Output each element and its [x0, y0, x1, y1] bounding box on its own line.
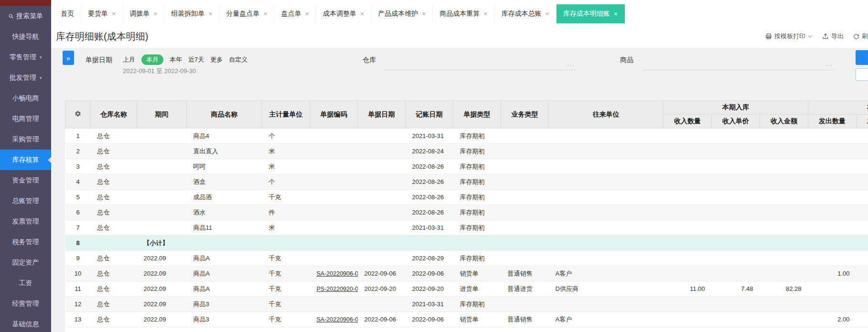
table-row[interactable]: 13总仓2022.09商品3千克SA-20220906-02022-09-062…	[65, 312, 868, 327]
product-input[interactable]	[643, 55, 825, 70]
sidebar-item-funds-mgmt[interactable]: 资金管理	[0, 170, 51, 191]
warehouse-input[interactable]	[385, 55, 567, 70]
sidebar-item-basic-info[interactable]: 基础信息	[0, 314, 51, 332]
table-row[interactable]: 2总仓直出直入米2022-08-24库存期初	[65, 144, 868, 159]
cell-in-price: 7.48	[712, 281, 760, 297]
cell-out-qty	[808, 144, 857, 159]
cell-biz-type	[501, 174, 549, 190]
col-header-book-date[interactable]: 记账日期	[406, 101, 453, 129]
col-header-product[interactable]: 商品名称	[187, 101, 262, 129]
date-quick-option-last-month[interactable]: 上月	[123, 55, 135, 64]
col-header-in-price[interactable]: 收入单价	[712, 115, 760, 129]
cell-doc-type: 库存期初	[453, 129, 501, 144]
tab-request-order[interactable]: 要货单×	[81, 4, 123, 23]
col-header-period[interactable]: 期间	[137, 101, 187, 129]
col-header-doc-code[interactable]: 单据编码	[310, 101, 358, 129]
cell-warehouse: 总仓	[91, 281, 137, 297]
table-row[interactable]: 1总仓商品4个2021-03-31库存期初	[65, 129, 868, 144]
col-header-doc-type[interactable]: 单据类型	[453, 101, 501, 129]
tab-product-cost-maintenance[interactable]: 产品成本维护×	[371, 4, 433, 23]
export-button[interactable]: 导出	[822, 32, 844, 41]
tab-assembly-order[interactable]: 组装拆卸单×	[164, 4, 219, 23]
doc-code-link[interactable]: SA-20220906-0	[310, 312, 358, 327]
table-row[interactable]: 4总仓酒盒个2022-08-26库存期初	[65, 174, 868, 190]
tab-close-icon[interactable]: ×	[360, 11, 364, 17]
doc-code-link[interactable]: PS-20220920-0	[310, 281, 358, 297]
cell-unit: 千克	[262, 281, 310, 297]
cell-doc-code	[310, 297, 358, 312]
doc-code-link[interactable]: SA-20220906-0	[310, 266, 358, 281]
sidebar-item-quick-nav[interactable]: 快捷导航	[0, 26, 51, 47]
date-quick-option-this-month[interactable]: 本月	[141, 54, 163, 65]
refresh-button[interactable]: 刷新	[853, 32, 868, 41]
tab-close-icon[interactable]: ×	[208, 11, 212, 17]
col-header-biz-type[interactable]: 业务类型	[501, 101, 549, 129]
chevron-down-icon[interactable]	[808, 34, 813, 39]
sidebar-item-invoice-mgmt[interactable]: 发票管理	[0, 211, 51, 232]
product-more-button[interactable]: ···	[825, 61, 834, 70]
sidebar-item-ecommerce-mgmt[interactable]: 电商管理	[0, 108, 51, 129]
sidebar-item-purchase-mgmt[interactable]: 采购管理	[0, 129, 51, 150]
cell-biz-type: 普通销售	[501, 266, 549, 281]
tab-close-icon[interactable]: ×	[112, 11, 116, 17]
tab-close-icon[interactable]: ×	[614, 11, 618, 17]
date-quick-option-more[interactable]: 更多	[210, 55, 223, 64]
table-row[interactable]: 7总仓商品11米2021-03-31库存期初	[65, 220, 868, 236]
table-row[interactable]: 3总仓呵呵米2022-08-26库存期初	[65, 159, 868, 174]
tab-transfer-order[interactable]: 调拨单×	[123, 4, 164, 23]
sidebar-item-payroll[interactable]: 工资	[0, 273, 51, 293]
tab-close-icon[interactable]: ×	[264, 11, 268, 17]
table-row[interactable]: 9总仓2022.09商品A千克2022-08-29库存期初	[65, 251, 868, 266]
col-header-warehouse[interactable]: 仓库名称	[91, 101, 137, 129]
col-header-in-qty[interactable]: 收入数量	[664, 115, 712, 129]
tab-close-icon[interactable]: ×	[153, 11, 157, 17]
tab-count-order[interactable]: 盘点单×	[275, 4, 316, 23]
subtotal-row[interactable]: 8【小计】	[65, 236, 868, 251]
tab-close-icon[interactable]: ×	[483, 11, 487, 17]
sidebar-item-general-ledger[interactable]: 总账管理	[0, 191, 51, 211]
tab-cost-adjust-order[interactable]: 成本调整单×	[316, 4, 371, 23]
col-header-doc-date[interactable]: 单据日期	[358, 101, 406, 129]
sidebar-item-wholesale-mgmt[interactable]: 批发管理▾	[0, 67, 51, 88]
sidebar-item-retail-mgmt[interactable]: 零售管理▾	[0, 47, 51, 67]
row-number: 9	[65, 251, 91, 266]
print-by-template-button[interactable]: 按模板打印	[765, 32, 813, 41]
date-quick-option-last-7-days[interactable]: 近7天	[188, 55, 204, 64]
cell-partner: A客户	[549, 312, 664, 327]
tab-quantity-count-order[interactable]: 分量盘点单×	[220, 4, 275, 23]
sidebar-item-fixed-assets[interactable]: 固定资产	[0, 252, 51, 273]
col-header-partner[interactable]: 往来单位	[549, 101, 664, 129]
col-header-out-qty[interactable]: 发出数量	[808, 115, 857, 129]
warehouse-more-button[interactable]: ···	[567, 61, 576, 70]
date-quick-option-custom[interactable]: 自定义	[229, 55, 247, 64]
tab-goods-cost-recalc[interactable]: 商品成本重算×	[433, 4, 494, 23]
sidebar-item-business-mgmt[interactable]: 经营管理	[0, 293, 51, 314]
column-settings-header[interactable]	[65, 101, 91, 129]
sidebar-brand-strip[interactable]	[0, 0, 51, 6]
col-header-unit[interactable]: 主计量单位	[262, 101, 310, 129]
tab-close-icon[interactable]: ×	[422, 11, 426, 17]
cell-in-qty	[664, 205, 712, 220]
sidebar-item-inventory-accounting[interactable]: 库存核算	[0, 150, 51, 170]
query-button[interactable]: 查询	[856, 50, 868, 65]
table-row[interactable]: 5总仓成品酒千克2022-08-26库存期初	[65, 190, 868, 205]
tab-close-icon[interactable]: ×	[546, 11, 549, 17]
cell-out-price	[857, 174, 868, 190]
tab-inventory-cost-detail[interactable]: 库存成本明细账×	[557, 4, 625, 23]
expand-filter-button[interactable]: »	[63, 51, 74, 65]
col-header-out-price[interactable]: 发出单价	[857, 115, 868, 129]
sidebar-item-search-menu[interactable]: 搜索菜单	[0, 6, 51, 26]
sidebar-item-xiaochang-ecommerce[interactable]: 小畅电商	[0, 88, 51, 108]
tab-inventory-cost-ledger[interactable]: 库存成本总账×	[495, 4, 557, 23]
table-row[interactable]: 10总仓2022.09商品A千克SA-20220906-02022-09-062…	[65, 266, 868, 281]
table-row[interactable]: 6总仓酒水件2022-08-26库存期初	[65, 205, 868, 220]
cell-out-price	[857, 251, 868, 266]
col-header-in-amount[interactable]: 收入金额	[760, 115, 808, 129]
table-row[interactable]: 12总仓2022.09商品3千克2021-03-31库存期初	[65, 297, 868, 312]
table-row[interactable]: 11总仓2022.09商品A千克PS-20220920-02022-09-202…	[65, 281, 868, 297]
sidebar-item-tax-mgmt[interactable]: 税务管理	[0, 232, 51, 252]
tab-home[interactable]: 首页	[54, 4, 81, 23]
filter-settings-button[interactable]: 设置	[856, 68, 868, 81]
tab-close-icon[interactable]: ×	[305, 11, 309, 17]
date-quick-option-this-year[interactable]: 本年	[170, 55, 182, 64]
